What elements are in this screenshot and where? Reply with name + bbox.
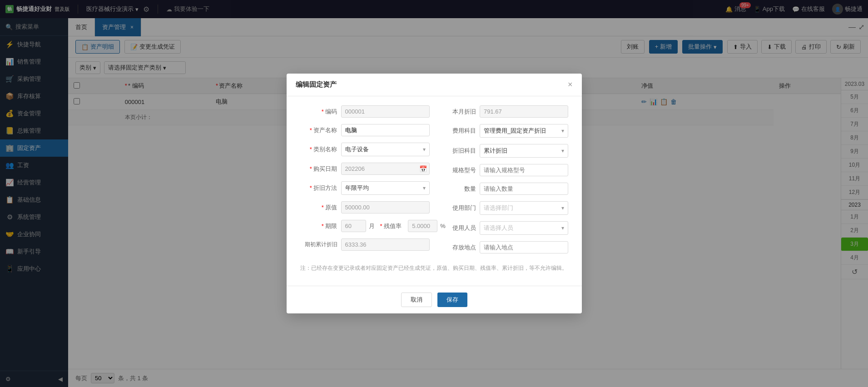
form-label-dep-subject: 折旧科目 — [439, 147, 480, 155]
form-label-original-value: * 原值 — [300, 203, 341, 212]
modal-overlay: 编辑固定资产 × * 编码 * 资产名称 — [0, 0, 868, 387]
form-row-period-residual: * 期限 月 * 残值率 % — [300, 220, 430, 232]
person-arrow: ▾ — [561, 225, 564, 231]
department-placeholder: 请选择部门 — [484, 204, 513, 212]
form-label-department: 使用部门 — [439, 204, 480, 212]
form-row-dep-subject: 折旧科目 累计折旧 ▾ — [439, 144, 568, 158]
expense-subject-arrow: ▾ — [561, 128, 564, 134]
form-label-residual-rate: * 残值率 — [377, 222, 406, 230]
person-placeholder: 请选择人员 — [484, 224, 513, 232]
purchase-date-input[interactable] — [341, 163, 430, 175]
expense-subject-select[interactable]: 管理费用_固定资产折旧 ▾ — [480, 124, 568, 138]
save-button[interactable]: 保存 — [437, 293, 467, 307]
form-label-period: * 期限 — [300, 222, 341, 230]
form-label-location: 存放地点 — [439, 243, 480, 252]
form-row-original-value: * 原值 — [300, 201, 430, 213]
form-label-model: 规格型号 — [439, 166, 480, 174]
form-row-monthly-dep: 本月折旧 — [439, 105, 568, 118]
form-row-purchase-date: * 购买日期 📅 — [300, 163, 430, 175]
form-row-person: 使用人员 请选择人员 ▾ — [439, 221, 568, 235]
department-select[interactable]: 请选择部门 ▾ — [480, 201, 568, 215]
purchase-date-wrapper: 📅 — [341, 163, 430, 175]
depreciation-method-value: 年限平均 — [345, 184, 369, 192]
expense-subject-value: 管理费用_固定资产折旧 — [484, 127, 546, 135]
form-row-depreciation-method: * 折旧方法 年限平均 ▾ — [300, 181, 430, 195]
form-row-code: * 编码 — [300, 105, 430, 118]
modal-title: 编辑固定资产 — [296, 80, 337, 89]
form-row-quantity: 数量 — [439, 183, 568, 195]
form-row-model: 规格型号 — [439, 164, 568, 176]
form-note: 注：已经存在变更记录或者对应固定资产已经生成凭证，原值、购买日期、残值率、累计折… — [296, 260, 573, 277]
depreciation-method-select[interactable]: 年限平均 ▾ — [341, 181, 430, 195]
dep-subject-value: 累计折旧 — [484, 147, 507, 155]
depreciation-method-arrow: ▾ — [423, 185, 426, 191]
category-select-value: 电子设备 — [345, 145, 369, 154]
residual-rate-input[interactable] — [408, 220, 437, 232]
form-label-asset-name: * 资产名称 — [300, 126, 341, 134]
form-row-category: * 类别名称 电子设备 ▾ — [300, 143, 430, 156]
original-value-input[interactable] — [341, 201, 430, 213]
quantity-input[interactable] — [480, 183, 568, 195]
form-label-monthly-dep: 本月折旧 — [439, 108, 480, 116]
form-row-asset-name: * 资产名称 — [300, 124, 430, 136]
edit-asset-modal: 编辑固定资产 × * 编码 * 资产名称 — [287, 74, 582, 313]
modal-header: 编辑固定资产 × — [287, 74, 582, 96]
form-label-category: * 类别名称 — [300, 145, 341, 154]
form-row-initial-depreciation: 期初累计折旧 — [300, 238, 430, 251]
form-row-location: 存放地点 — [439, 241, 568, 253]
form-label-code: * 编码 — [300, 108, 341, 116]
initial-depreciation-input[interactable] — [341, 238, 430, 251]
period-unit: 月 — [369, 222, 375, 230]
form-grid: * 编码 * 资产名称 * 类别名称 电子设备 ▾ — [296, 105, 573, 277]
category-select[interactable]: 电子设备 ▾ — [341, 143, 430, 156]
period-input[interactable] — [341, 220, 366, 232]
modal-body: * 编码 * 资产名称 * 类别名称 电子设备 ▾ — [287, 96, 582, 286]
form-left-col: * 编码 * 资产名称 * 类别名称 电子设备 ▾ — [296, 105, 435, 260]
modal-footer: 取消 保存 — [287, 286, 582, 313]
cancel-button[interactable]: 取消 — [401, 293, 432, 307]
code-input[interactable] — [341, 105, 430, 118]
form-label-purchase-date: * 购买日期 — [300, 165, 341, 173]
asset-name-input[interactable] — [341, 124, 430, 136]
form-right-col: 本月折旧 费用科目 管理费用_固定资产折旧 ▾ 折旧科目 — [434, 105, 572, 260]
dep-subject-arrow: ▾ — [561, 148, 564, 154]
dep-subject-select[interactable]: 累计折旧 ▾ — [480, 144, 568, 158]
form-label-person: 使用人员 — [439, 224, 480, 232]
location-input[interactable] — [480, 241, 568, 253]
form-label-quantity: 数量 — [439, 185, 480, 193]
modal-close-btn[interactable]: × — [568, 80, 573, 89]
calendar-icon[interactable]: 📅 — [419, 165, 427, 173]
monthly-dep-input[interactable] — [480, 105, 568, 118]
category-select-arrow: ▾ — [423, 146, 426, 153]
department-arrow: ▾ — [561, 205, 564, 211]
form-label-expense-subject: 费用科目 — [439, 127, 480, 135]
person-select[interactable]: 请选择人员 ▾ — [480, 221, 568, 235]
form-row-department: 使用部门 请选择部门 ▾ — [439, 201, 568, 215]
form-label-depreciation-method: * 折旧方法 — [300, 184, 341, 192]
period-residual-group: 月 * 残值率 % — [341, 220, 430, 232]
model-input[interactable] — [480, 164, 568, 176]
form-row-expense-subject: 费用科目 管理费用_固定资产折旧 ▾ — [439, 124, 568, 138]
form-label-initial-depreciation: 期初累计折旧 — [300, 241, 341, 248]
